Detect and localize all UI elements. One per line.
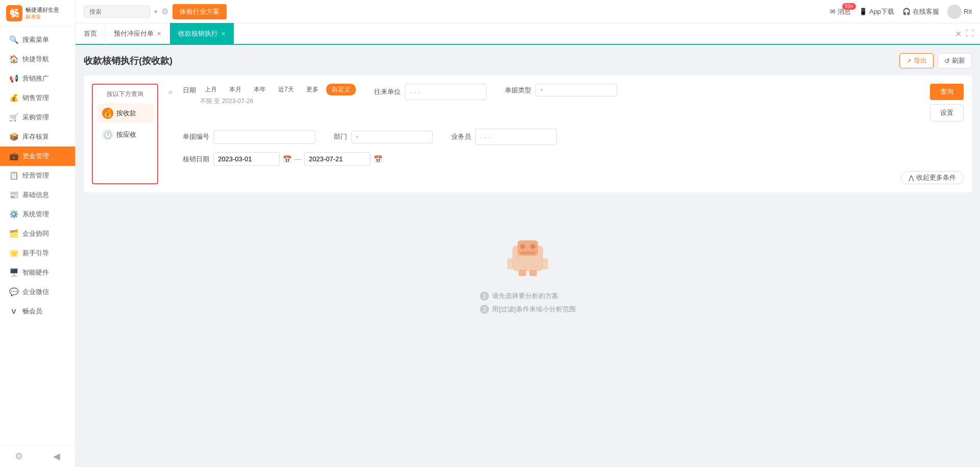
tab-close-all-icon[interactable]: ✕: [955, 29, 962, 39]
tab-prepay[interactable]: 预付冲应付单 ✕: [106, 23, 170, 44]
doc-type-field: 单据类型 ▾: [505, 84, 617, 96]
tab-prepay-close-icon[interactable]: ✕: [157, 31, 161, 37]
doc-no-field: 单据编号: [183, 130, 315, 144]
sidebar-label-member: 畅会员: [22, 307, 42, 316]
topbar: ▾ ⚙ 体验行业方案 ✉ 消息 99+ 📱 App下载 🎧 在线客服 Rit: [76, 0, 980, 23]
writeoff-end-input[interactable]: [304, 152, 371, 166]
refresh-button[interactable]: ↺ 刷新: [938, 53, 972, 68]
dept-label: 部门: [334, 132, 347, 141]
finance-icon: 💼: [9, 152, 18, 161]
sales-icon: 💰: [9, 93, 18, 103]
topbar-chevron-icon[interactable]: ▾: [154, 8, 157, 15]
tab-receipt-write-off[interactable]: 收款核销执行 ✕: [170, 23, 234, 44]
message-icon: ✉: [830, 8, 836, 15]
counterparty-select[interactable]: ···: [405, 84, 486, 100]
user-area[interactable]: Rit: [947, 5, 972, 19]
page-content: 收款核销执行(按收款) ↗ 导出 ↺ 刷新 按以下方查询 💰: [76, 45, 980, 467]
export-button[interactable]: ↗ 导出: [899, 53, 934, 68]
tab-home[interactable]: 首页: [76, 23, 106, 44]
date-this-year-btn[interactable]: 本年: [249, 84, 271, 95]
sidebar-item-basic-info[interactable]: 📰 基础信息: [0, 185, 75, 205]
date-field: 日期 上月 本月 本年 近7天 更多 自定义 不限 至: [183, 84, 356, 106]
date-7days-btn[interactable]: 近7天: [274, 84, 299, 95]
receipt-option-icon: 💰: [102, 108, 113, 119]
hint-text-2: 用[过滤]条件来缩小分析范围: [492, 303, 575, 316]
dept-select[interactable]: ▾: [351, 131, 433, 143]
sidebar-item-search[interactable]: 🔍 搜索菜单: [0, 30, 75, 50]
empty-illustration: [502, 230, 553, 281]
receivable-option-icon: 🕐: [102, 129, 113, 140]
doc-type-select[interactable]: ▾: [535, 84, 617, 96]
service-label: 在线客服: [913, 7, 939, 16]
date-more-btn[interactable]: 更多: [302, 84, 323, 95]
service-button[interactable]: 🎧 在线客服: [902, 7, 939, 16]
sidebar-item-enterprise[interactable]: 🗂️ 企业协同: [0, 224, 75, 243]
sidebar-bottom: ⚙ ◀: [0, 445, 75, 467]
writeoff-start-input[interactable]: [213, 152, 280, 166]
tab-prepay-label: 预付冲应付单: [114, 29, 154, 38]
sidebar-item-sales[interactable]: 💰 销售管理: [0, 88, 75, 108]
writeoff-date-label: 核销日期: [183, 155, 209, 164]
app-download-button[interactable]: 📱 App下载: [859, 7, 894, 16]
marketing-icon: 📢: [9, 74, 18, 83]
sidebar-item-purchase[interactable]: 🛒 采购管理: [0, 108, 75, 127]
date-last-month-btn[interactable]: 上月: [200, 84, 222, 95]
filter-type-title: 按以下方查询: [97, 90, 153, 99]
sidebar: 畅 畅捷通好生意 标准版 🔍 搜索菜单 🏠 快捷导航 📢 营销推广 💰 销售管理…: [0, 0, 76, 467]
date-this-month-btn[interactable]: 本月: [225, 84, 246, 95]
filter-type-panel: 按以下方查询 💰 按收款 🕐 按应收: [92, 84, 158, 184]
filter-fields: 日期 上月 本月 本年 近7天 更多 自定义 不限 至: [183, 84, 964, 184]
writeoff-start-calendar-icon[interactable]: 📅: [283, 155, 291, 163]
filter-collapse-arrow[interactable]: »: [164, 86, 177, 98]
sidebar-item-quick-nav[interactable]: 🏠 快捷导航: [0, 50, 75, 69]
hint-num-1: 1: [480, 291, 489, 301]
salesperson-dots: ···: [480, 132, 493, 142]
query-button[interactable]: 查询: [930, 84, 964, 100]
sidebar-item-finance[interactable]: 💼 资金管理: [0, 146, 75, 166]
salesperson-select[interactable]: ···: [475, 129, 557, 145]
writeoff-end-calendar-icon[interactable]: 📅: [374, 155, 382, 163]
setting-button[interactable]: 设置: [930, 104, 964, 121]
receivable-option-label: 按应收: [116, 130, 136, 139]
sidebar-item-wechat[interactable]: 💬 企业微信: [0, 282, 75, 302]
message-badge: 99+: [842, 3, 856, 10]
sidebar-item-guide[interactable]: 🌟 新手引导: [0, 243, 75, 263]
svg-rect-6: [542, 258, 548, 269]
settings-icon[interactable]: ⚙: [15, 451, 23, 462]
collapse-row: ⋀ 收起更多条件: [183, 171, 964, 184]
sidebar-item-marketing[interactable]: 📢 营销推广: [0, 69, 75, 88]
member-icon: V: [9, 307, 18, 316]
sidebar-label-marketing: 营销推广: [22, 74, 49, 83]
filter-option-by-receipt[interactable]: 💰 按收款: [97, 104, 153, 123]
sidebar-item-operation[interactable]: 📋 经营管理: [0, 166, 75, 185]
sidebar-item-system[interactable]: ⚙️ 系统管理: [0, 205, 75, 224]
date-separator: —: [295, 155, 301, 163]
doc-no-label: 单据编号: [183, 132, 209, 141]
tab-receipt-close-icon[interactable]: ✕: [221, 31, 226, 37]
collapse-sidebar-icon[interactable]: ◀: [53, 451, 60, 462]
home-icon: 🏠: [9, 55, 18, 64]
doc-no-input[interactable]: [213, 130, 315, 144]
app-icon: 📱: [859, 8, 867, 15]
purchase-icon: 🛒: [9, 113, 18, 122]
logo-sub: 标准版: [26, 13, 59, 20]
message-button[interactable]: ✉ 消息 99+: [830, 7, 851, 16]
sidebar-item-inventory[interactable]: 📦 库存核算: [0, 127, 75, 146]
filter-option-by-receivable[interactable]: 🕐 按应收: [97, 125, 153, 144]
logo-text: 畅捷通好生意: [26, 6, 59, 13]
topbar-right: ✉ 消息 99+ 📱 App下载 🎧 在线客服 Rit: [830, 5, 972, 19]
topbar-gear-icon[interactable]: ⚙: [161, 7, 168, 16]
sidebar-item-member[interactable]: V 畅会员: [0, 302, 75, 321]
topbar-search-input[interactable]: [84, 6, 150, 18]
sidebar-label-operation: 经营管理: [22, 171, 49, 180]
main-area: ▾ ⚙ 体验行业方案 ✉ 消息 99+ 📱 App下载 🎧 在线客服 Rit: [76, 0, 980, 467]
dept-field: 部门 ▾: [334, 131, 433, 143]
sidebar-item-hardware[interactable]: 🖥️ 智能硬件: [0, 263, 75, 282]
sidebar-label-sales: 销售管理: [22, 93, 49, 103]
sidebar-menu: 🔍 搜索菜单 🏠 快捷导航 📢 营销推广 💰 销售管理 🛒 采购管理 📦 库存核…: [0, 27, 75, 445]
filter-actions: 查询 设置: [930, 84, 964, 121]
tab-expand-icon[interactable]: ⛶: [966, 29, 974, 38]
date-custom-btn[interactable]: 自定义: [326, 84, 356, 95]
collapse-more-btn[interactable]: ⋀ 收起更多条件: [901, 171, 964, 184]
solution-button[interactable]: 体验行业方案: [173, 4, 227, 19]
